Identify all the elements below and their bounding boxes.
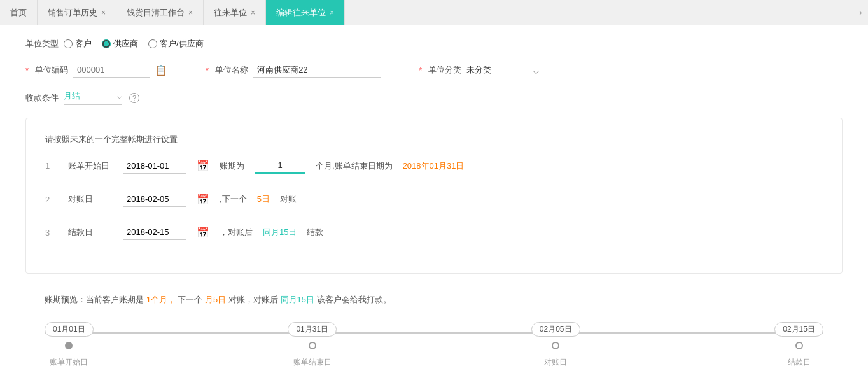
tab-partner-label: 往来单位	[214, 7, 247, 18]
payment-date-cal-icon[interactable]: 📅	[197, 227, 209, 239]
unit-category-group: * 单位分类 未分类 ⌵	[419, 63, 540, 77]
unit-name-group: * 单位名称	[206, 62, 381, 78]
period-input[interactable]	[255, 158, 305, 174]
radio-customer[interactable]: 客户	[64, 38, 92, 50]
end-date-highlight: 2018年01月31日	[403, 160, 465, 172]
start-date-cal-icon[interactable]: 📅	[197, 160, 209, 172]
tab-arrow[interactable]: ›	[853, 0, 868, 25]
tab-partner-close[interactable]: ×	[251, 8, 255, 17]
tab-bar: 首页 销售订单历史 × 钱货日清工作台 × 往来单位 × 编辑往来单位 × ›	[0, 0, 868, 25]
preview-middle2: 对账，对账后	[228, 295, 278, 304]
preview-period: 1个月，	[146, 295, 176, 304]
row-num-3: 3	[45, 228, 58, 237]
card-hint: 请按照未来的一个完整帐期进行设置	[45, 134, 823, 145]
reconcile-date-cal-icon[interactable]: 📅	[197, 194, 209, 206]
tab-cash-work[interactable]: 钱货日清工作台 ×	[116, 0, 204, 25]
radio-both[interactable]: 客户/供应商	[148, 38, 204, 50]
tab-home-label: 首页	[10, 7, 27, 18]
preview-section: 账期预览：当前客户账期是 1个月， 下一个 月5日 对账，对账后 同月15日 该…	[25, 284, 843, 316]
code-star: *	[25, 66, 29, 75]
timeline-points: 01月01日 账单开始日 01月31日 账单结束日 02月05日 对账日 02月…	[45, 322, 823, 368]
radio-supplier-input[interactable]	[102, 39, 111, 48]
setting-row-2: 2 对账日 📅 ,下一个 5日 对账	[45, 192, 823, 207]
row-desc-1b: 个月,账单结束日期为	[316, 160, 393, 172]
tl-badge-4: 02月15日	[774, 322, 823, 337]
tab-partner[interactable]: 往来单位 ×	[204, 0, 266, 25]
unit-name-input[interactable]	[253, 62, 381, 78]
tab-edit-partner-label: 编辑往来单位	[276, 7, 326, 18]
row-label-3: 结款日	[68, 227, 113, 238]
category-value: 未分类	[466, 64, 530, 76]
payment-help-icon[interactable]: ?	[129, 93, 139, 103]
unit-type-group: 单位类型 客户 供应商 客户/供应商	[25, 38, 204, 50]
unit-name-label: 单位名称	[215, 64, 248, 76]
timeline-point-3: 02月05日 对账日	[531, 322, 580, 368]
unit-category-label: 单位分类	[428, 64, 461, 76]
payment-day-highlight: 同月15日	[263, 227, 297, 238]
row-label-1: 账单开始日	[68, 160, 113, 172]
preview-prefix: 账期预览：当前客户账期是	[45, 295, 144, 304]
setting-row-1: 1 账单开始日 📅 账期为 个月,账单结束日期为 2018年01月31日	[45, 158, 823, 174]
category-dropdown[interactable]: 未分类 ⌵	[466, 63, 540, 77]
name-star: *	[206, 66, 209, 75]
code-name-cat-row: * 单位编码 📋 * 单位名称 * 单位分类 未分类 ⌵	[25, 62, 843, 78]
radio-supplier[interactable]: 供应商	[102, 38, 138, 50]
tl-dot-4	[795, 342, 803, 349]
preview-day2: 同月15日	[281, 295, 314, 304]
payment-arrow-icon[interactable]: ⌵	[117, 92, 122, 101]
row-desc-3b: 结款	[307, 227, 323, 238]
row-label-2: 对账日	[68, 194, 113, 205]
tl-badge-2: 01月31日	[288, 322, 337, 337]
row-num-2: 2	[45, 195, 58, 204]
tab-edit-partner[interactable]: 编辑往来单位 ×	[266, 0, 345, 25]
tl-badge-3: 02月05日	[531, 322, 580, 337]
payment-group: 收款条件 月结 ⌵ ?	[25, 90, 139, 105]
row-desc-2a: ,下一个	[220, 194, 247, 205]
settings-card: 请按照未来的一个完整帐期进行设置 1 账单开始日 📅 账期为 个月,账单结束日期…	[25, 118, 843, 274]
row-num-1: 1	[45, 161, 58, 171]
start-date-input[interactable]	[123, 158, 186, 174]
category-arrow-icon[interactable]: ⌵	[533, 63, 540, 77]
tab-sales-history-close[interactable]: ×	[101, 8, 106, 17]
timeline-point-4: 02月15日 结款日	[774, 322, 823, 368]
row-desc-1: 账期为	[220, 160, 244, 172]
unit-type-row: 单位类型 客户 供应商 客户/供应商	[25, 38, 843, 50]
reconcile-day-highlight: 5日	[257, 194, 270, 205]
setting-row-3: 3 结款日 📅 ，对账后 同月15日 结款	[45, 225, 823, 240]
radio-both-input[interactable]	[148, 39, 157, 48]
tab-cash-work-close[interactable]: ×	[188, 8, 193, 17]
tab-edit-partner-close[interactable]: ×	[330, 8, 334, 17]
tab-home[interactable]: 首页	[0, 0, 38, 25]
tl-badge-1: 01月01日	[45, 322, 94, 337]
page-content: 单位类型 客户 供应商 客户/供应商 * 单位编码	[0, 25, 868, 387]
tab-cash-work-label: 钱货日清工作台	[127, 7, 185, 18]
tl-label-3: 对账日	[544, 357, 567, 368]
radio-customer-input[interactable]	[64, 39, 73, 48]
row-desc-2b: 对账	[280, 194, 297, 205]
preview-middle: 下一个	[178, 295, 202, 304]
code-copy-icon[interactable]: 📋	[155, 64, 167, 76]
tl-dot-1	[65, 342, 73, 349]
unit-code-input[interactable]	[73, 62, 150, 78]
preview-suffix: 该客户会给我打款。	[317, 295, 391, 304]
radio-both-label: 客户/供应商	[160, 38, 204, 50]
tl-dot-2	[309, 342, 316, 349]
payment-date-input[interactable]	[123, 225, 186, 240]
tab-sales-history[interactable]: 销售订单历史 ×	[38, 0, 116, 25]
tl-label-1: 账单开始日	[50, 357, 88, 368]
unit-code-label: 单位编码	[35, 64, 68, 76]
radio-group: 客户 供应商 客户/供应商	[64, 38, 204, 50]
tl-dot-3	[552, 342, 559, 349]
row-desc-3a: ，对账后	[220, 227, 253, 238]
unit-type-label: 单位类型	[25, 38, 59, 50]
tl-label-2: 账单结束日	[293, 357, 332, 368]
tl-label-4: 结款日	[788, 357, 811, 368]
timeline-point-1: 01月01日 账单开始日	[45, 322, 94, 368]
timeline-container: 01月01日 账单开始日 01月31日 账单结束日 02月05日 对账日 02月…	[25, 322, 843, 368]
payment-label: 收款条件	[25, 92, 59, 104]
reconcile-date-input[interactable]	[123, 192, 186, 207]
timeline-point-2: 01月31日 账单结束日	[288, 322, 337, 368]
radio-supplier-label: 供应商	[113, 38, 138, 50]
payment-row: 收款条件 月结 ⌵ ?	[25, 90, 843, 105]
payment-dropdown[interactable]: 月结 ⌵	[64, 90, 122, 105]
